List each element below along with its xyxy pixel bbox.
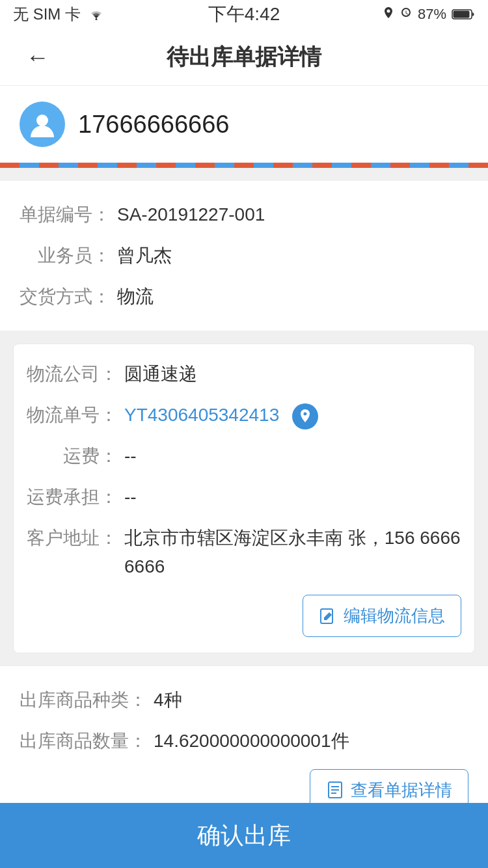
map-pin-icon [298,409,312,424]
page-title: 待出库单据详情 [167,42,321,72]
nav-bar: ← 待出库单据详情 [0,29,488,86]
address-value: 北京市市辖区海淀区永丰南 张，156 6666 6666 [124,524,461,582]
product-qty-label: 出库商品数量： [20,727,147,756]
user-avatar-icon [28,110,57,139]
svg-point-3 [36,115,48,126]
status-right: 87% [383,6,475,23]
tracking-number-label: 物流单号： [27,401,118,430]
document-number-value: SA-20191227-001 [117,200,468,230]
freight-value: -- [124,442,461,471]
edit-logistics-button[interactable]: 编辑物流信息 [303,595,461,637]
confirm-label: 确认出库 [197,820,291,852]
salesperson-label: 业务员： [20,241,111,271]
svg-point-0 [96,18,98,20]
document-number-row: 单据编号： SA-20191227-001 [20,200,468,230]
edit-icon [319,607,337,625]
back-button[interactable]: ← [20,37,56,77]
logistics-company-label: 物流公司： [27,360,118,389]
document-icon [326,781,344,799]
confirm-bar[interactable]: 确认出库 [0,803,488,868]
salesperson-value: 曾凡杰 [117,241,468,271]
logistics-company-value: 圆通速递 [124,360,461,389]
wifi-icon [87,8,105,21]
edit-logistics-label: 编辑物流信息 [344,604,445,627]
product-types-row: 出库商品种类： 4种 [20,686,468,715]
dashed-divider [0,163,488,168]
tracking-number-value: YT43064053424​13 [124,401,461,430]
product-types-value: 4种 [154,686,468,715]
address-row: 客户地址： 北京市市辖区海淀区永丰南 张，156 6666 6666 [27,524,461,582]
content-area: 17666666666 单据编号： SA-20191227-001 业务员： 曾… [0,86,488,868]
product-types-label: 出库商品种类： [20,686,147,715]
svg-rect-2 [454,11,470,18]
avatar [20,102,65,147]
status-bar: 无 SIM 卡 下午4:42 87% [0,0,488,29]
address-label: 客户地址： [27,524,118,553]
basic-info-section: 单据编号： SA-20191227-001 业务员： 曾凡杰 交货方式： 物流 [0,181,488,331]
product-qty-row: 出库商品数量： 14.620000000000001件 [20,727,468,756]
logistics-card: 物流公司： 圆通速递 物流单号： YT43064053424​13 运费： --… [13,344,475,653]
status-left: 无 SIM 卡 [13,4,105,25]
tracking-number-row: 物流单号： YT43064053424​13 [27,401,461,430]
freight-bear-row: 运费承担： -- [27,483,461,512]
delivery-method-label: 交货方式： [20,282,111,312]
delivery-method-value: 物流 [117,282,468,312]
edit-logistics-btn-container: 编辑物流信息 [27,595,461,637]
freight-label: 运费： [27,442,118,471]
freight-row: 运费： -- [27,442,461,471]
product-qty-value: 14.620000000000001件 [154,727,468,756]
document-number-label: 单据编号： [20,200,111,230]
sim-status: 无 SIM 卡 [13,4,81,25]
view-details-label: 查看单据详情 [351,779,452,802]
delivery-method-row: 交货方式： 物流 [20,282,468,312]
location-status-icon [383,7,394,21]
tracking-location-button[interactable] [292,403,318,429]
customer-phone: 17666666666 [78,111,229,139]
logistics-company-row: 物流公司： 圆通速递 [27,360,461,389]
alarm-icon [400,7,413,21]
freight-bear-label: 运费承担： [27,483,118,512]
freight-bear-value: -- [124,483,461,512]
status-time: 下午4:42 [208,2,280,27]
salesperson-row: 业务员： 曾凡杰 [20,241,468,271]
battery-level: 87% [418,6,446,23]
battery-icon [452,8,475,20]
customer-header: 17666666666 [0,86,488,163]
